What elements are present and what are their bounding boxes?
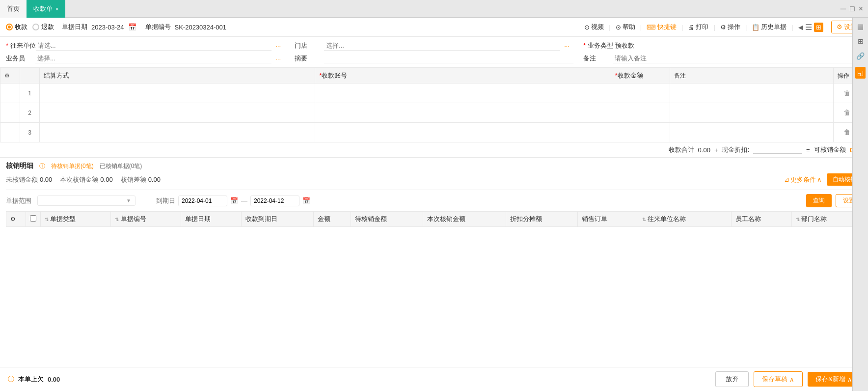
shortcut-btn[interactable]: ⌨ 快捷键 [647, 23, 677, 31]
date-from-calendar-icon[interactable]: 📅 [230, 197, 238, 204]
close-btn[interactable]: × [859, 4, 863, 13]
unverified-value: 0.00 [40, 176, 52, 183]
row-3-settlement[interactable] [40, 123, 315, 142]
range-select[interactable]: ▼ [37, 196, 136, 206]
table-row: 1 🗑 ⧉ [0, 84, 868, 103]
minimize-btn[interactable]: ─ [841, 4, 846, 13]
bottom-table-gear[interactable]: ⚙ [6, 212, 26, 227]
footer-info-icon: ⓘ [8, 375, 14, 384]
operations-btn[interactable]: ⚙ 操作 [720, 23, 740, 31]
row-2-settlement[interactable] [40, 103, 315, 123]
query-btn[interactable]: 查询 [806, 194, 832, 207]
plus-sign: + [714, 146, 718, 154]
pending-tab-link[interactable]: 待核销单据(0笔) [51, 162, 94, 170]
window-controls: ─ □ × [841, 4, 868, 13]
staff-more-icon[interactable]: ··· [275, 55, 281, 62]
radio-refund[interactable]: 退款 [32, 23, 54, 31]
more-conditions-btn[interactable]: ⊿ 更多条件 ∧ [784, 175, 822, 184]
tab-receipt[interactable]: 收款单 × [27, 0, 65, 18]
help-btn[interactable]: ⊙ 帮助 [616, 23, 635, 31]
select-all-checkbox[interactable] [30, 215, 36, 222]
receipt-table: ⚙ 结算方式 *收款账号 *收款金额 备注 操作 1 [0, 68, 868, 142]
radio-receipt[interactable]: 收款 [6, 23, 27, 31]
toolbar-row: 收款 退款 单据日期 2023-03-24 📅 单据编号 SK-20230324… [0, 18, 868, 37]
maximize-btn[interactable]: □ [850, 4, 855, 13]
col-doc-num: ⇅ 单据编号 [111, 212, 181, 227]
unverified-label: 未核销金额 [6, 175, 38, 184]
row-2-note[interactable] [670, 103, 833, 123]
discount-input[interactable] [753, 146, 802, 154]
counterparty-input[interactable] [36, 41, 271, 51]
save-draft-button[interactable]: 保存草稿 ∧ [754, 371, 803, 387]
row-3-account[interactable] [315, 123, 611, 142]
note-input[interactable] [613, 54, 862, 63]
table-row: 3 🗑 ⧉ [0, 123, 868, 142]
tab-home[interactable]: 首页 [0, 0, 27, 18]
row-1-note[interactable] [670, 84, 833, 103]
form-row-2: 业务员 ··· 摘要 备注 [6, 54, 862, 63]
row-1-account[interactable] [315, 84, 611, 103]
row-2-delete-icon[interactable]: 🗑 [843, 109, 850, 117]
footer-left: ⓘ 本单上欠 0.00 [8, 375, 60, 384]
store-input[interactable] [324, 41, 560, 51]
row-3-amount[interactable] [611, 123, 670, 142]
row-1-gear [0, 84, 20, 103]
current-label: 本次核销金额 [60, 175, 98, 184]
writeoff-info-icon[interactable]: ⓘ [39, 162, 45, 170]
table-settings-icon[interactable]: ⚙ [0, 68, 20, 84]
writeoff-stats: 未核销金额 0.00 本次核销金额 0.00 核销差额 0.00 ⊿ 更多条件 … [6, 173, 862, 186]
counterparty-label: 往来单位 [6, 41, 36, 50]
tab-close-icon[interactable]: × [55, 6, 58, 12]
sidebar-icon-3[interactable]: 🔗 [856, 52, 865, 60]
total-label: 收款合计 [669, 145, 694, 154]
date-range: 到期日 📅 — 📅 [156, 196, 310, 206]
row-3-gear [0, 123, 20, 142]
calendar-icon[interactable]: 📅 [128, 23, 136, 31]
date-to-input[interactable] [250, 196, 299, 206]
discard-button[interactable]: 放弃 [715, 371, 749, 387]
nav-prev-icon[interactable]: ◀ [798, 24, 803, 31]
history-icon: 📋 [752, 24, 760, 31]
row-1-delete-icon[interactable]: 🗑 [843, 89, 850, 97]
diff-label: 核销差额 [121, 175, 146, 184]
store-section: 门店 ··· [295, 41, 573, 51]
video-btn[interactable]: ⊙ 视频 [584, 23, 604, 31]
summary-input[interactable] [324, 54, 573, 63]
keyboard-icon: ⌨ [647, 24, 656, 31]
row-3-delete-icon[interactable]: 🗑 [843, 128, 850, 137]
row-1-settlement[interactable] [40, 84, 315, 103]
staff-section: 业务员 ··· [6, 54, 285, 63]
store-more-icon[interactable]: ··· [564, 42, 570, 50]
row-3-note[interactable] [670, 123, 833, 142]
row-2-amount[interactable] [611, 103, 670, 123]
right-sidebar: ▦ ⊞ 🔗 ◱ [852, 18, 868, 391]
counterparty-more-icon[interactable]: ··· [275, 42, 281, 50]
row-1-amount[interactable] [611, 84, 670, 103]
history-btn[interactable]: 📋 历史单据 [752, 23, 787, 31]
date-from-input[interactable] [178, 196, 227, 206]
staff-input[interactable] [35, 54, 271, 63]
sidebar-icon-2[interactable]: ⊞ [858, 37, 864, 45]
list-view-icon[interactable]: ☰ [805, 23, 812, 32]
row-3-num: 3 [20, 123, 40, 142]
diff-stat: 核销差额 0.00 [121, 175, 161, 184]
chevron-up-icon: ∧ [817, 176, 822, 183]
sidebar-icon-1[interactable]: ▦ [857, 23, 864, 30]
bottom-table-checkbox[interactable] [26, 212, 41, 227]
print-btn[interactable]: 🖨 打印 [688, 23, 708, 31]
due-label: 到期日 [156, 196, 175, 205]
col-doc-type: ⇅ 单据类型 [41, 212, 111, 227]
grid-view-icon[interactable]: ⊞ [814, 23, 823, 32]
row-2-num: 2 [20, 103, 40, 123]
row-2-account[interactable] [315, 103, 611, 123]
balance-label: 本单上欠 [18, 375, 44, 384]
balance-value: 0.00 [48, 376, 60, 383]
form-area: 往来单位 ··· 门店 ··· 业务类型 预收款 ▼ 业务员 ··· [0, 37, 868, 68]
done-tab-link[interactable]: 已核销单据(0笔) [100, 162, 142, 170]
col-account: *收款账号 [315, 68, 611, 84]
col-due-date: 收款到期日 [242, 212, 313, 227]
sidebar-icon-4[interactable]: ◱ [855, 67, 866, 79]
summary-label: 摘要 [295, 54, 324, 63]
table-row: 2 🗑 ⧉ [0, 103, 868, 123]
date-to-calendar-icon[interactable]: 📅 [302, 197, 310, 204]
